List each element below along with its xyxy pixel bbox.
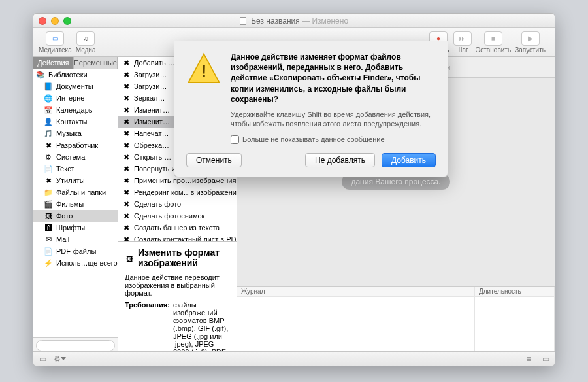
library-sidebar: Действия Переменные 📚Библиотеки📘Документ… bbox=[33, 57, 118, 351]
stop-button[interactable]: ■Остановить bbox=[476, 31, 512, 54]
action-icon: ✖ bbox=[122, 82, 131, 91]
action-icon: ✖ bbox=[122, 141, 131, 150]
action-icon: ✖ bbox=[122, 117, 131, 126]
info-desc: Данное действие переводит изображения в … bbox=[125, 273, 230, 297]
sidebar-item[interactable]: ✖Разработчик bbox=[33, 139, 118, 151]
action-icon: ✖ bbox=[122, 105, 131, 114]
action-item[interactable]: ✖Рендеринг ком…в изображение bbox=[118, 186, 237, 198]
gear-icon[interactable]: ⚙ bbox=[54, 355, 65, 364]
category-icon: 🌐 bbox=[44, 94, 53, 103]
statusbar: ▭ ⚙ ≡ ▭ bbox=[33, 351, 555, 366]
sidebar-item[interactable]: ✖Утилиты bbox=[33, 175, 118, 186]
sidebar-item[interactable]: ✉Mail bbox=[33, 234, 118, 245]
hide-sidebar-icon[interactable]: ▭ bbox=[37, 355, 48, 364]
action-icon: ✖ bbox=[122, 70, 131, 79]
sidebar-item[interactable]: 📁Файлы и папки bbox=[33, 186, 118, 198]
sidebar-item[interactable]: ⚡Исполь…ще всего bbox=[33, 257, 118, 269]
dialog-subtext: Удерживайте клавишу Shift во время добав… bbox=[231, 110, 436, 129]
category-icon: 📘 bbox=[44, 82, 53, 91]
action-item[interactable]: ✖Сделать фото bbox=[118, 198, 237, 210]
action-icon: ✖ bbox=[122, 94, 131, 103]
minimize-icon[interactable] bbox=[51, 17, 59, 25]
tab-variables[interactable]: Переменные bbox=[74, 57, 118, 69]
category-icon: 🎬 bbox=[44, 200, 53, 209]
category-icon: 📄 bbox=[44, 164, 53, 173]
sidebar-item[interactable]: 📅Календарь bbox=[33, 104, 118, 116]
sidebar-item[interactable]: 🅰Шрифты bbox=[33, 222, 118, 234]
action-item[interactable]: ✖Создать баннер из текста bbox=[118, 222, 237, 234]
search-bar bbox=[33, 337, 118, 351]
action-icon: ✖ bbox=[122, 129, 131, 138]
sidebar-item[interactable]: 🎬Фильмы bbox=[33, 198, 118, 210]
sidebar-item[interactable]: 🖼Фото bbox=[33, 210, 118, 222]
log-pane: Журнал Длительность bbox=[237, 286, 555, 351]
mediateka-button[interactable]: ▭ Медиатека bbox=[39, 31, 72, 54]
sidebar-item[interactable]: 🎵Музыка bbox=[33, 128, 118, 139]
action-icon: ✖ bbox=[122, 164, 131, 173]
category-icon: 🖼 bbox=[44, 211, 53, 220]
warning-sheet: ! Данное действие изменяет формат файлов… bbox=[174, 41, 448, 177]
action-item[interactable]: ✖Создать контактный лист в PDF bbox=[118, 234, 237, 241]
flow-view-icon[interactable]: ▭ bbox=[540, 355, 551, 364]
category-icon: 📁 bbox=[44, 188, 53, 197]
document-icon bbox=[240, 17, 246, 25]
category-icon: ✉ bbox=[44, 235, 53, 244]
dont-show-checkbox[interactable]: Больше не показывать данное сообщение bbox=[231, 135, 436, 144]
no-add-button[interactable]: Не добавлять bbox=[305, 153, 375, 167]
dont-show-input[interactable] bbox=[231, 135, 239, 144]
close-icon[interactable] bbox=[39, 17, 46, 25]
action-icon: ✖ bbox=[122, 200, 131, 209]
category-icon: 📅 bbox=[44, 105, 53, 114]
library-icon: 📚 bbox=[36, 70, 45, 79]
list-view-icon[interactable]: ≡ bbox=[523, 355, 534, 364]
category-icon: 🅰 bbox=[44, 223, 53, 232]
sidebar-item[interactable]: 📄Текст bbox=[33, 163, 118, 175]
tab-actions[interactable]: Действия bbox=[33, 57, 74, 69]
category-icon: ✖ bbox=[44, 176, 53, 185]
action-icon: ✖ bbox=[122, 211, 131, 220]
dialog-message: Данное действие изменяет формат файлов и… bbox=[231, 52, 436, 105]
category-icon: ⚙ bbox=[44, 152, 53, 162]
sidebar-head[interactable]: 📚Библиотеки bbox=[33, 69, 118, 80]
action-item[interactable]: ✖Сделать фотоснимок bbox=[118, 210, 237, 222]
sidebar-item[interactable]: ⚙Система bbox=[33, 151, 118, 163]
warning-icon: ! bbox=[186, 52, 221, 87]
preview-icon: 🖼 bbox=[125, 254, 134, 264]
action-icon: ✖ bbox=[122, 223, 131, 232]
category-icon: ✖ bbox=[44, 141, 53, 150]
titlebar: Без названия — Изменено bbox=[33, 14, 555, 28]
media-button[interactable]: ♫ Медиа bbox=[76, 31, 96, 54]
info-title: Изменить формат изображений bbox=[138, 247, 230, 268]
search-input[interactable] bbox=[36, 340, 115, 351]
category-icon: 📄 bbox=[44, 247, 53, 256]
smart-icon: ⚡ bbox=[44, 258, 53, 268]
cancel-button[interactable]: Отменить bbox=[186, 153, 242, 167]
category-icon: 👤 bbox=[44, 117, 53, 126]
sidebar-item[interactable]: 📄PDF-файлы bbox=[33, 245, 118, 257]
sidebar-item[interactable]: 🌐Интернет bbox=[33, 92, 118, 104]
add-button[interactable]: Добавить bbox=[382, 153, 436, 167]
action-icon: ✖ bbox=[122, 235, 131, 241]
action-icon: ✖ bbox=[122, 58, 131, 67]
zoom-icon[interactable] bbox=[63, 17, 71, 25]
run-button[interactable]: ▶Запустить bbox=[515, 31, 546, 54]
action-icon: ✖ bbox=[122, 152, 131, 162]
action-info: 🖼 Изменить формат изображений Данное дей… bbox=[118, 241, 237, 351]
step-button[interactable]: ⏭Шаг bbox=[453, 31, 472, 54]
sidebar-item[interactable]: 📘Документы bbox=[33, 80, 118, 92]
window-title: Без названия — Изменено bbox=[33, 16, 555, 26]
category-icon: 🎵 bbox=[44, 129, 53, 138]
svg-text:!: ! bbox=[201, 62, 206, 80]
action-icon: ✖ bbox=[122, 188, 131, 197]
action-icon: ✖ bbox=[122, 176, 131, 185]
sidebar-item[interactable]: 👤Контакты bbox=[33, 116, 118, 128]
